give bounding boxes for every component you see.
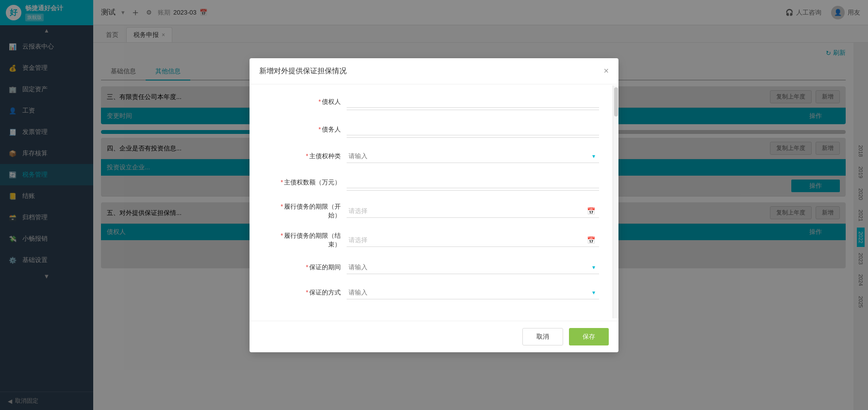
dialog-scrollbar[interactable] xyxy=(613,85,618,318)
cancel-button[interactable]: 取消 xyxy=(522,328,563,345)
form-label-debt-amount: *主债权数额（万元） xyxy=(269,178,347,187)
dialog-scrollbar-thumb xyxy=(614,87,618,116)
debt-type-select[interactable] xyxy=(347,149,599,163)
dialog-header: 新增对外提供保证担保情况 × xyxy=(250,58,618,84)
form-label-guarantee-period: *保证的期间 xyxy=(269,263,347,272)
save-button[interactable]: 保存 xyxy=(569,328,609,345)
modal-overlay: 新增对外提供保证担保情况 × *债权人 *债务人 xyxy=(0,0,868,410)
form-label-period-start: *履行债务的期限（开始） xyxy=(269,202,347,220)
form-input-wrap-period-end: 📅 xyxy=(347,233,599,247)
period-start-calendar-icon[interactable]: 📅 xyxy=(587,207,595,215)
dialog: 新增对外提供保证担保情况 × *债权人 *债务人 xyxy=(250,58,618,352)
period-start-input[interactable] xyxy=(347,204,599,218)
form-row-debtor: *债务人 xyxy=(269,122,599,138)
form-input-wrap-creditor xyxy=(347,94,599,110)
guarantee-period-select[interactable] xyxy=(347,261,599,274)
dialog-footer: 取消 保存 xyxy=(250,321,618,352)
form-input-wrap-guarantee-method: ▾ xyxy=(347,286,599,299)
creditor-input[interactable] xyxy=(347,94,599,108)
form-row-debt-type: *主债权种类 ▾ xyxy=(269,149,599,163)
form-row-debt-amount: *主债权数额（万元） xyxy=(269,175,599,191)
guarantee-method-select[interactable] xyxy=(347,286,599,299)
form-label-debt-type: *主债权种类 xyxy=(269,152,347,161)
form-label-period-end: *履行债务的期限（结束） xyxy=(269,231,347,249)
dialog-close-button[interactable]: × xyxy=(603,66,609,76)
form-row-guarantee-method: *保证的方式 ▾ xyxy=(269,286,599,299)
dialog-body: *债权人 *债务人 *主债权种类 xyxy=(250,84,618,321)
period-end-calendar-icon[interactable]: 📅 xyxy=(587,236,595,244)
form-input-wrap-debtor xyxy=(347,122,599,138)
form-input-wrap-debt-type: ▾ xyxy=(347,149,599,163)
debtor-input[interactable] xyxy=(347,122,599,135)
form-label-creditor: *债权人 xyxy=(269,98,347,106)
period-end-input[interactable] xyxy=(347,233,599,247)
form-row-period-end: *履行债务的期限（结束） 📅 xyxy=(269,231,599,249)
form-row-guarantee-period: *保证的期间 ▾ xyxy=(269,261,599,274)
form-row-period-start: *履行债务的期限（开始） 📅 xyxy=(269,202,599,220)
form-input-wrap-guarantee-period: ▾ xyxy=(347,261,599,274)
form-input-wrap-period-start: 📅 xyxy=(347,204,599,218)
dialog-title: 新增对外提供保证担保情况 xyxy=(259,66,347,76)
form-input-wrap-debt-amount xyxy=(347,175,599,191)
form-row-creditor: *债权人 xyxy=(269,94,599,110)
form-label-guarantee-method: *保证的方式 xyxy=(269,288,347,297)
form-label-debtor: *债务人 xyxy=(269,125,347,134)
debt-amount-input[interactable] xyxy=(347,175,599,188)
